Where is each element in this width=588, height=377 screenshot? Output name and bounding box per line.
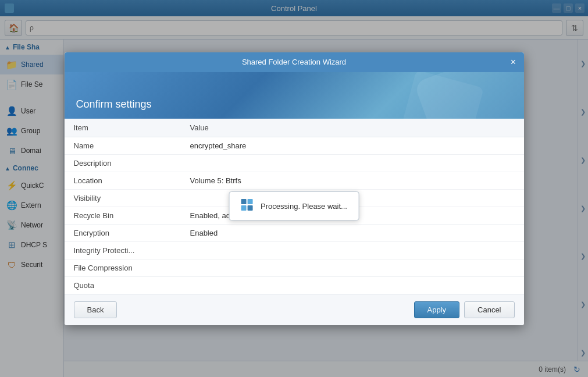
cancel-button[interactable]: Cancel — [464, 301, 514, 318]
processing-popup: Processing. Please wait... — [229, 191, 359, 220]
table-item-7: File Compression — [65, 259, 181, 276]
table-row: EncryptionEnabled — [65, 224, 524, 241]
spinner-sq-2 — [247, 199, 252, 204]
table-value-6 — [181, 241, 524, 259]
table-item-1: Description — [65, 154, 181, 172]
table-item-6: Integrity Protecti... — [65, 241, 181, 259]
table-item-4: Recycle Bin — [65, 207, 181, 224]
col-item-header: Item — [65, 119, 181, 137]
spinner-sq-1 — [241, 199, 246, 204]
table-value-8 — [181, 276, 524, 294]
back-button[interactable]: Back — [74, 301, 117, 318]
table-value-1 — [181, 154, 524, 172]
table-row: LocationVolume 5: Btrfs — [65, 172, 524, 189]
table-row: Integrity Protecti... — [65, 241, 524, 259]
spinner-sq-4 — [247, 205, 252, 211]
modal-titlebar: Shared Folder Creation Wizard × — [65, 52, 524, 72]
table-value-7 — [181, 259, 524, 276]
modal-header-title: Confirm settings — [76, 98, 152, 111]
wizard-modal: Shared Folder Creation Wizard × Confirm … — [65, 52, 524, 325]
table-row: File Compression — [65, 259, 524, 276]
table-row: Quota — [65, 276, 524, 294]
table-item-8: Quota — [65, 276, 181, 294]
spinner-sq-3 — [241, 205, 246, 211]
footer-right-buttons: Apply Cancel — [414, 301, 515, 318]
modal-header: Confirm settings — [65, 72, 524, 119]
modal-footer: Back Apply Cancel — [65, 294, 524, 325]
modal-body: Item Value Nameencrypted_shareDescriptio… — [65, 119, 524, 294]
table-row: Nameencrypted_share — [65, 137, 524, 154]
processing-text: Processing. Please wait... — [261, 202, 347, 211]
modal-overlay: Shared Folder Creation Wizard × Confirm … — [0, 0, 588, 377]
col-value-header: Value — [181, 119, 524, 137]
table-row: Description — [65, 154, 524, 172]
modal-title: Shared Folder Creation Wizard — [242, 58, 346, 66]
table-item-5: Encryption — [65, 224, 181, 241]
table-item-0: Name — [65, 137, 181, 154]
table-value-5: Enabled — [181, 224, 524, 241]
control-panel-background: Control Panel — □ × 🏠 ⇅ ▲ File Sha 📁 Sha… — [0, 0, 588, 377]
table-value-2: Volume 5: Btrfs — [181, 172, 524, 189]
processing-icon — [241, 199, 255, 213]
table-item-2: Location — [65, 172, 181, 189]
table-item-3: Visibility — [65, 189, 181, 207]
table-value-0: encrypted_share — [181, 137, 524, 154]
apply-button[interactable]: Apply — [414, 301, 460, 318]
modal-close-button[interactable]: × — [508, 56, 519, 68]
spinner-grid — [241, 199, 252, 211]
